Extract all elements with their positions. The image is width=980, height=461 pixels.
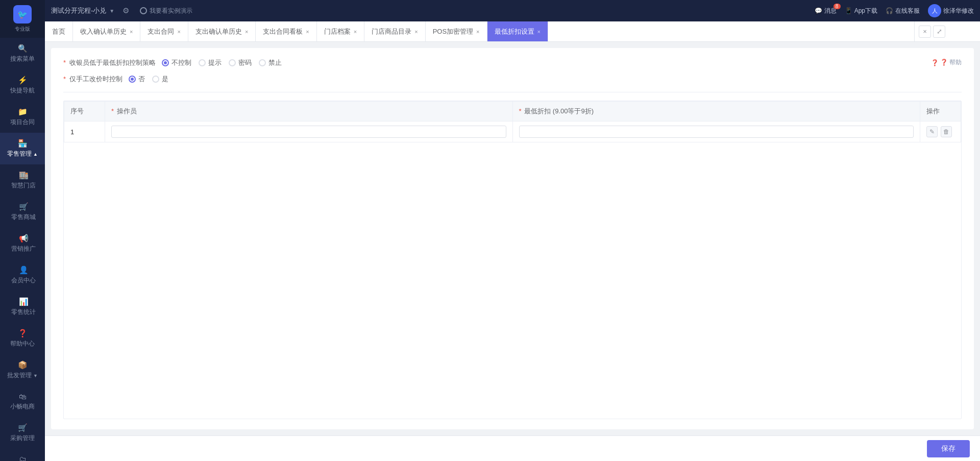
close-tab-btn[interactable]: × <box>919 26 931 38</box>
radio-yes[interactable]: 是 <box>152 75 168 84</box>
tab-min-discount[interactable]: 最低折扣设置 × <box>487 21 548 42</box>
radio-no-control[interactable]: 不控制 <box>162 58 191 67</box>
sidebar-item-label: 采购管理 <box>10 434 35 443</box>
tab-close-icon[interactable]: × <box>537 29 541 35</box>
sidebar-item-marketing[interactable]: 📢 营销推广 <box>0 228 45 259</box>
tab-close-icon[interactable]: × <box>476 29 479 35</box>
required-mark: * <box>63 59 66 66</box>
radio-group-2: 否 是 <box>129 75 168 84</box>
sidebar-item-project[interactable]: 📁 项目合同 <box>0 101 45 133</box>
app-logo: 🐦 专业版 <box>0 0 45 38</box>
help-link[interactable]: ❓ ❓ 帮助 <box>931 58 962 67</box>
sidebar-item-retail-stat[interactable]: 📊 零售统计 <box>0 291 45 323</box>
service-icon: 🎧 <box>886 7 893 14</box>
shortcut-icon: ⚡ <box>18 76 28 85</box>
settings-icon: ⚙ <box>122 6 129 15</box>
required-mark2: * <box>63 75 66 83</box>
cell-action: ✎ 🗑 <box>920 122 961 142</box>
tab-store-products[interactable]: 门店商品目录 × <box>364 21 425 42</box>
sidebar-item-inventory[interactable]: 🗂 库存核算 <box>0 449 45 461</box>
sidebar-item-wholesale[interactable]: 📦 批发管理 ▼ <box>0 354 45 386</box>
sidebar-item-label: 搜索菜单 <box>10 55 35 63</box>
tab-close-icon[interactable]: × <box>306 29 309 35</box>
expand-tab-btn[interactable]: ⤢ <box>933 26 945 38</box>
radio-circle <box>229 59 236 66</box>
sidebar-item-ecommerce[interactable]: 🛍 小畅电商 <box>0 386 45 417</box>
delete-btn[interactable]: 🗑 <box>941 126 952 137</box>
tab-payment-contract-view[interactable]: 支出合同看板 × <box>256 21 316 42</box>
tab-payment-contract[interactable]: 支出合同 × <box>140 21 188 42</box>
radio-tip[interactable]: 提示 <box>199 58 222 67</box>
online-store-icon: 🛒 <box>19 202 29 211</box>
project-selector[interactable]: 测试分开完程-小兑 ▼ <box>51 6 114 15</box>
sidebar-item-search[interactable]: 🔍 搜索菜单 <box>0 38 45 69</box>
app-version: 专业版 <box>15 26 30 33</box>
table-row: 1 ✎ 🗑 <box>64 122 961 142</box>
radio-ban[interactable]: 禁止 <box>259 58 282 67</box>
tab-close-icon[interactable]: × <box>130 29 133 35</box>
ecommerce-icon: 🛍 <box>19 392 27 401</box>
cell-operator[interactable] <box>105 122 513 142</box>
sidebar-item-label: 营销推广 <box>11 245 36 253</box>
sidebar-item-member[interactable]: 👤 会员中心 <box>0 259 45 291</box>
page-footer: 保存 <box>45 435 980 461</box>
tab-label: POS加密管理 <box>433 27 473 36</box>
sidebar-item-purchase[interactable]: 🛒 采购管理 <box>0 417 45 449</box>
sidebar-item-shortcut[interactable]: ⚡ 快捷导航 <box>0 69 45 101</box>
demo-link[interactable]: 我要看实例演示 <box>140 7 192 15</box>
cell-min-discount[interactable] <box>512 122 920 142</box>
sidebar-item-retail[interactable]: 🏪 零售管理 ▲ <box>0 133 45 164</box>
topbar: 测试分开完程-小兑 ▼ ⚙ 我要看实例演示 💬 消息 8 📱 App下载 🎧 在… <box>45 0 980 21</box>
topbar-settings-btn[interactable]: ⚙ <box>119 5 132 17</box>
tab-close-icon[interactable]: × <box>245 29 248 35</box>
demo-label: 我要看实例演示 <box>150 7 192 15</box>
tab-store-archive[interactable]: 门店档案 × <box>317 21 364 42</box>
tab-label: 支出确认单历史 <box>195 27 242 36</box>
message-btn[interactable]: 💬 消息 8 <box>815 7 837 15</box>
sidebar: 🐦 专业版 🔍 搜索菜单 ⚡ 快捷导航 📁 项目合同 🏪 零售管理 ▲ 🏬 智慧… <box>0 0 45 461</box>
col-operator: * 操作员 <box>105 102 513 122</box>
page-content: ❓ ❓ 帮助 * 收银员低于最低折扣控制策略 不控制 <box>45 42 980 435</box>
sidebar-item-help[interactable]: ❓ 帮助中心 <box>0 323 45 354</box>
tab-pos-password[interactable]: POS加密管理 × <box>426 21 487 42</box>
sidebar-item-label: 批发管理 ▼ <box>7 371 38 380</box>
min-discount-input[interactable] <box>519 126 914 138</box>
tab-close-icon[interactable]: × <box>354 29 357 35</box>
download-icon: 📱 <box>845 7 852 14</box>
tab-home[interactable]: 首页 <box>45 21 73 42</box>
app-download-label: App下载 <box>854 7 877 15</box>
col-min-discount: * 最低折扣 (9.00等于9折) <box>512 102 920 122</box>
wholesale-icon: 📦 <box>18 360 28 370</box>
tab-close-icon[interactable]: × <box>414 29 418 35</box>
tab-label: 首页 <box>52 27 65 36</box>
table-body: 1 ✎ 🗑 <box>64 122 961 142</box>
sidebar-item-label: 小畅电商 <box>10 402 35 411</box>
edit-btn[interactable]: ✎ <box>926 126 938 137</box>
radio-circle <box>259 59 266 66</box>
operator-input[interactable] <box>111 126 506 138</box>
sidebar-item-label: 零售统计 <box>11 308 36 317</box>
user-profile-btn[interactable]: 人 徐泽华修改 <box>928 4 974 17</box>
marketing-icon: 📢 <box>19 234 29 243</box>
tab-close-icon[interactable]: × <box>177 29 180 35</box>
radio-no[interactable]: 否 <box>129 75 145 84</box>
app-download-btn[interactable]: 📱 App下载 <box>845 7 877 15</box>
retail-icon: 🏪 <box>18 139 28 148</box>
sidebar-item-online-store[interactable]: 🛒 零售商城 <box>0 196 45 228</box>
inventory-icon: 🗂 <box>19 455 27 461</box>
tab-payment-confirm[interactable]: 支出确认单历史 × <box>188 21 256 42</box>
project-icon: 📁 <box>18 107 28 116</box>
radio-password[interactable]: 密码 <box>229 58 252 67</box>
help-icon: ❓ <box>931 59 939 66</box>
tab-income-history[interactable]: 收入确认单历史 × <box>73 21 140 42</box>
message-badge: 8 <box>834 4 841 9</box>
save-button[interactable]: 保存 <box>927 440 970 457</box>
form-section: ❓ ❓ 帮助 * 收银员低于最低折扣控制策略 不控制 <box>63 58 962 92</box>
search-icon: 🔍 <box>18 44 28 53</box>
sidebar-item-label: 零售商城 <box>11 213 36 222</box>
sidebar-item-smart-store[interactable]: 🏬 智慧门店 <box>0 164 45 196</box>
radio-circle <box>162 59 169 66</box>
online-service-btn[interactable]: 🎧 在线客服 <box>886 7 920 15</box>
message-icon: 💬 <box>815 7 822 14</box>
help-label: ❓ 帮助 <box>940 58 962 67</box>
